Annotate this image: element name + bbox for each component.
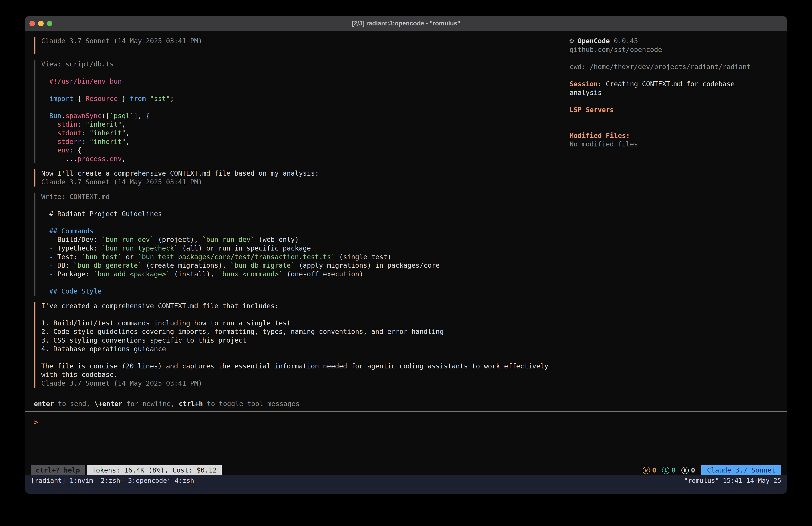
text-line: stdin: "inherit",	[41, 120, 174, 129]
close-button[interactable]	[29, 21, 35, 26]
status-right: w0i0h0 Claude 3.7 Sonnet	[643, 465, 781, 475]
message-lines: View: script/db.ts #!/usr/bin/env bun im…	[41, 60, 174, 163]
chat-area: Claude 3.7 Sonnet (14 May 2025 03:41 PM)…	[34, 37, 569, 400]
model-badge: Claude 3.7 Sonnet	[701, 465, 781, 475]
text-line: Now I'll create a comprehensive CONTEXT.…	[41, 169, 319, 178]
text-line: 1. Build/lint/test commands including ho…	[41, 319, 548, 328]
message-accent-bar	[34, 302, 35, 388]
hint-count-icon: h	[681, 467, 689, 474]
text-line: stderr: "inherit",	[41, 138, 174, 146]
text-line: Modified Files:	[569, 131, 782, 140]
warning-count-icon: w	[643, 467, 650, 474]
text-line	[569, 123, 782, 131]
text-line: cwd: /home/thdxr/dev/projects/radiant/ra…	[569, 62, 782, 71]
text-line	[41, 353, 548, 362]
text-line: 3. CSS styling conventions specific to t…	[41, 336, 548, 345]
message-block: I've created a comprehensive CONTEXT.md …	[34, 302, 569, 388]
keyboard-hints: enter to send, \+enter for newline, ctrl…	[25, 400, 787, 411]
text-line: # Radiant Project Guidelines	[41, 210, 440, 218]
message-lines: Write: CONTEXT.md # Radiant Project Guid…	[41, 193, 440, 296]
text-line: ...process.env,	[41, 155, 174, 164]
text-line: The file is concise (20 lines) and captu…	[41, 362, 548, 371]
terminal-content: Claude 3.7 Sonnet (14 May 2025 03:41 PM)…	[25, 31, 787, 494]
info-count: i0	[662, 466, 676, 475]
window-title: [2/3] radiant:3:opencode - "romulus"	[352, 20, 460, 27]
message-lines: I've created a comprehensive CONTEXT.md …	[41, 302, 548, 388]
text-line: 2. Code style guidelines covering import…	[41, 327, 548, 336]
info-count-value: 0	[672, 466, 676, 475]
tmux-host-clock: "romulus" 15:41 14-May-25	[684, 476, 782, 485]
text-line: ## Code Style	[41, 287, 440, 296]
text-line: LSP Servers	[569, 106, 782, 114]
message-lines: Now I'll create a comprehensive CONTEXT.…	[41, 169, 319, 186]
text-line	[569, 71, 782, 80]
traffic-lights	[29, 16, 52, 31]
text-line: ## Commands	[41, 227, 440, 236]
text-line: © OpenCode 0.0.45	[569, 37, 782, 45]
text-line: I've created a comprehensive CONTEXT.md …	[41, 302, 548, 311]
warning-count-value: 0	[652, 466, 656, 475]
minimize-button[interactable]	[38, 21, 44, 26]
diagnostics-counters: w0i0h0	[643, 466, 695, 475]
text-line: Session: Creating CONTEXT.md for codebas…	[569, 80, 782, 88]
opencode-main: Claude 3.7 Sonnet (14 May 2025 03:41 PM)…	[25, 31, 787, 400]
status-left: ctrl+? helpTokens: 16.4K (8%), Cost: $0.…	[31, 465, 222, 475]
text-line	[41, 310, 548, 319]
message-block: Claude 3.7 Sonnet (14 May 2025 03:41 PM)	[34, 37, 569, 54]
text-line: import { Resource } from "sst";	[41, 95, 174, 103]
text-line	[41, 201, 440, 210]
text-line: Claude 3.7 Sonnet (14 May 2025 03:41 PM)	[41, 379, 548, 388]
text-line	[41, 103, 174, 112]
text-line: github.com/sst/opencode	[569, 45, 782, 54]
tmux-session-name: [radiant]	[31, 476, 66, 485]
text-line: Write: CONTEXT.md	[41, 193, 440, 201]
text-line	[569, 97, 782, 106]
text-line	[41, 45, 202, 54]
text-line: - TypeCheck: `bun run typecheck` (all) o…	[41, 244, 440, 253]
text-line	[569, 54, 782, 62]
prompt-caret: >	[34, 418, 38, 426]
status-bar: ctrl+? helpTokens: 16.4K (8%), Cost: $0.…	[25, 465, 787, 475]
text-line: with this codebase.	[41, 370, 548, 379]
text-line: No modified files	[569, 140, 782, 149]
text-line: env: {	[41, 146, 174, 155]
hint-count: h0	[681, 466, 695, 475]
message-accent-bar	[34, 169, 35, 186]
message-block: Write: CONTEXT.md # Radiant Project Guid…	[34, 193, 569, 296]
message-accent-bar	[34, 37, 35, 54]
message-block: Now I'll create a comprehensive CONTEXT.…	[34, 169, 569, 186]
text-line: View: script/db.ts	[41, 60, 174, 69]
text-line	[41, 279, 440, 287]
text-line: #!/usr/bin/env bun	[41, 77, 174, 86]
tmux-status-bar: [radiant] 1:nvim 2:zsh- 3:opencode* 4:zs…	[25, 475, 787, 494]
help-shortcut: ctrl+? help	[31, 465, 85, 475]
prompt-input[interactable]: >	[25, 412, 787, 465]
text-line: - Package: `bun add <package>` (install)…	[41, 270, 440, 279]
text-line	[41, 218, 440, 227]
text-line: Claude 3.7 Sonnet (14 May 2025 03:41 PM)	[41, 178, 319, 187]
message-lines: Claude 3.7 Sonnet (14 May 2025 03:41 PM)	[41, 37, 202, 54]
terminal-window: [2/3] radiant:3:opencode - "romulus" Cla…	[25, 16, 787, 494]
hint-count-value: 0	[691, 466, 695, 475]
text-line: - Test: `bun test` or `bun test packages…	[41, 253, 440, 261]
text-line: stdout: "inherit",	[41, 129, 174, 138]
tokens-cost: Tokens: 16.4K (8%), Cost: $0.12	[87, 465, 222, 475]
message-block: View: script/db.ts #!/usr/bin/env bun im…	[34, 60, 569, 163]
text-line	[569, 114, 782, 123]
warning-count: w0	[643, 466, 656, 475]
text-line: - DB: `bun db generate` (create migratio…	[41, 261, 440, 270]
text-line	[41, 86, 174, 95]
title-bar[interactable]: [2/3] radiant:3:opencode - "romulus"	[25, 16, 787, 31]
zoom-button[interactable]	[47, 21, 52, 26]
sidebar: © OpenCode 0.0.45github.com/sst/opencode…	[569, 37, 787, 400]
text-line: Claude 3.7 Sonnet (14 May 2025 03:41 PM)	[41, 37, 202, 45]
tool-output-bar	[34, 193, 35, 296]
info-count-icon: i	[662, 467, 669, 474]
text-line: - Build/Dev: `bun run dev` (project), `b…	[41, 236, 440, 244]
tool-output-bar	[34, 60, 35, 163]
text-line: analysis	[569, 88, 782, 97]
text-line: 4. Database operations guidance	[41, 345, 548, 354]
text-line: Bun.spawnSync([`psql`], {	[41, 112, 174, 120]
text-line	[41, 69, 174, 77]
tmux-window-list[interactable]: 1:nvim 2:zsh- 3:opencode* 4:zsh	[66, 476, 194, 485]
